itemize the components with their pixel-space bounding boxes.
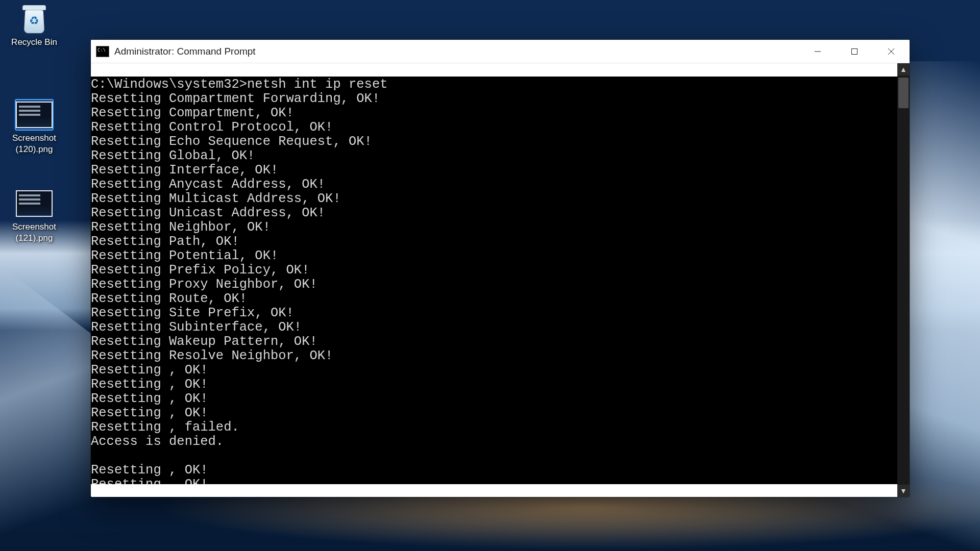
- window-title: Administrator: Command Prompt: [114, 46, 256, 57]
- maximize-icon: [851, 48, 858, 55]
- window-controls: [799, 40, 910, 63]
- scrollbar-up-arrow-icon[interactable]: ▲: [897, 63, 910, 76]
- desktop-icon-label: Recycle Bin: [6, 37, 62, 48]
- desktop-icon-recycle-bin[interactable]: Recycle Bin: [6, 4, 62, 48]
- minimize-icon: [814, 48, 821, 55]
- command-prompt-icon: [96, 46, 109, 57]
- image-file-icon: [16, 189, 53, 218]
- scrollbar-down-arrow-icon[interactable]: ▼: [897, 485, 910, 497]
- desktop-icon-screenshot-121[interactable]: Screenshot (121).png: [6, 189, 62, 244]
- desktop[interactable]: Recycle Bin Screenshot (120).png Screens…: [0, 0, 980, 551]
- minimize-button[interactable]: [799, 40, 836, 63]
- svg-rect-1: [852, 48, 857, 54]
- image-file-icon: [16, 100, 53, 130]
- terminal-output[interactable]: C:\Windows\system32>netsh int ip reset R…: [91, 77, 897, 484]
- scrollbar-thumb[interactable]: [898, 78, 909, 108]
- close-button[interactable]: [873, 40, 910, 63]
- titlebar[interactable]: Administrator: Command Prompt: [91, 40, 910, 63]
- desktop-icon-label: Screenshot (121).png: [6, 221, 62, 244]
- close-icon: [888, 48, 895, 55]
- desktop-icon-label: Screenshot (120).png: [6, 133, 62, 155]
- desktop-icon-screenshot-120[interactable]: Screenshot (120).png: [6, 100, 62, 155]
- vertical-scrollbar[interactable]: ▲ ▼: [897, 63, 910, 497]
- maximize-button[interactable]: [836, 40, 873, 63]
- command-prompt-window[interactable]: Administrator: Command Prompt C:\Windows…: [91, 40, 910, 497]
- recycle-bin-icon: [16, 4, 53, 34]
- command-prompt-body: C:\Windows\system32>netsh int ip reset R…: [91, 63, 910, 497]
